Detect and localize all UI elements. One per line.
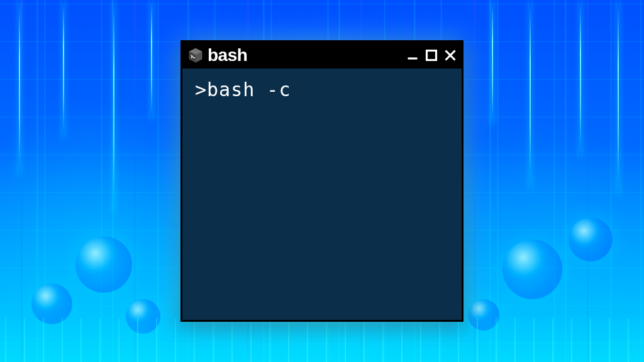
neon-line	[618, 0, 619, 195]
terminal-window[interactable]: bash > bash -c	[180, 40, 464, 322]
maximize-button[interactable]	[425, 49, 438, 62]
svg-rect-0	[193, 57, 195, 58]
decorative-sphere	[502, 239, 562, 299]
neon-line	[530, 0, 531, 189]
prompt-symbol: >	[195, 79, 207, 101]
terminal-body[interactable]: > bash -c	[182, 69, 462, 111]
terminal-cube-icon	[187, 47, 204, 63]
close-button[interactable]	[444, 49, 457, 62]
svg-rect-2	[427, 51, 436, 60]
command-line[interactable]: > bash -c	[195, 79, 449, 101]
titlebar[interactable]: bash	[182, 42, 462, 69]
neon-line	[492, 0, 493, 126]
neon-line	[63, 0, 64, 138]
neon-line	[580, 0, 581, 157]
minimize-button[interactable]	[406, 49, 419, 62]
window-controls	[406, 49, 457, 62]
decorative-sphere	[569, 217, 613, 261]
decorative-sphere	[75, 236, 132, 293]
neon-line	[113, 0, 114, 214]
titlebar-left: bash	[187, 45, 247, 65]
command-text: bash -c	[207, 79, 291, 101]
window-title: bash	[208, 45, 247, 65]
neon-line	[19, 0, 20, 176]
neon-line	[151, 0, 152, 119]
